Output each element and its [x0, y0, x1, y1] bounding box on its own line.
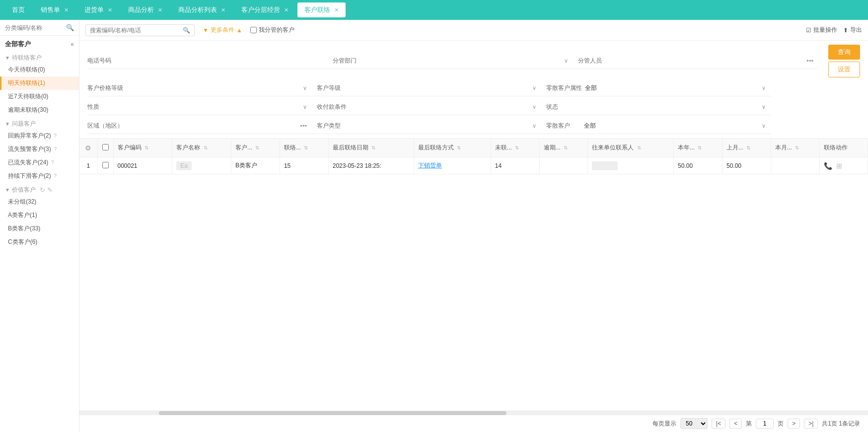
value-group-refresh-icon[interactable]: ↻ [40, 186, 45, 194]
filter-person-input[interactable] [616, 58, 803, 65]
value-group-edit-icon[interactable]: ✎ [47, 186, 53, 194]
nav-customer-tier[interactable]: 客户分层经营 ✕ [234, 2, 295, 17]
sidebar-item-overdue[interactable]: 逾期未联络(30) [0, 103, 79, 117]
filter-status-select[interactable]: ∨ [584, 104, 766, 110]
action-more-icon[interactable]: ⊞ [836, 162, 842, 170]
per-page-label: 每页显示 [652, 420, 676, 428]
sidebar-all-customers[interactable]: 全部客户 « [0, 36, 79, 51]
filter-retail-attr-select[interactable]: 全部 ∨ [585, 84, 766, 92]
sidebar-item-ungrouped[interactable]: 未分组(32) [0, 195, 79, 209]
nav-sales[interactable]: 销售单 ✕ [34, 2, 75, 17]
nav-close-customer-tier[interactable]: ✕ [284, 7, 289, 13]
td-this-year: 50.00 [674, 157, 723, 174]
sidebar-item-churned[interactable]: 已流失客户(24) ? [0, 156, 79, 169]
per-page-select[interactable]: 50 100 200 [680, 418, 708, 429]
action-phone-icon[interactable]: 📞 [824, 162, 832, 170]
nav-home[interactable]: 首页 [5, 2, 32, 17]
td-this-month [771, 157, 819, 174]
search-icon[interactable]: 🔍 [183, 27, 190, 34]
nav-analysis-table[interactable]: 商品分析列表 ✕ [171, 2, 232, 17]
table-gear-icon[interactable]: ⚙ [85, 144, 91, 152]
retail-customer-dropdown-icon: ∨ [762, 123, 766, 129]
footer: 每页显示 50 100 200 |< < 第 页 > >| 共1页 1条记录 [79, 415, 868, 432]
filter-payment-select[interactable]: ∨ [355, 104, 536, 110]
filter-price-level-select[interactable]: ∨ [126, 85, 307, 91]
sidebar-item-7days[interactable]: 近7天待联络(0) [0, 90, 79, 103]
sidebar-item-a-class[interactable]: A类客户(1) [0, 209, 79, 222]
my-customer-checkbox[interactable] [250, 27, 257, 33]
sidebar-item-c-class[interactable]: C类客户(6) [0, 235, 79, 249]
sidebar-item-repurchase-abnormal[interactable]: 回购异常客户(2) ? [0, 129, 79, 143]
content-area: 🔍 ▼ 更多条件 ▲ 我分管的客户 ☑ 批量操作 ⬆ 导出 [79, 20, 868, 432]
first-page-btn[interactable]: |< [712, 419, 725, 429]
filter-gender-select[interactable]: ∨ [125, 104, 307, 110]
sidebar-item-today[interactable]: 今天待联络(0) [0, 63, 79, 76]
td-last-month: 50.00 [722, 157, 771, 174]
my-customer-checkbox-label[interactable]: 我分管的客户 [250, 26, 294, 34]
nav-close-purchase[interactable]: ✕ [108, 7, 112, 13]
help-icon-1: ? [54, 146, 57, 152]
th-last-month: 上月... ⇅ [722, 139, 771, 157]
td-num: 1 [79, 157, 97, 174]
sidebar-search-input[interactable] [5, 24, 66, 31]
horizontal-scrollbar-thumb[interactable] [159, 411, 506, 415]
nav-close-sales[interactable]: ✕ [64, 7, 69, 13]
nav-purchase[interactable]: 进货单 ✕ [77, 2, 119, 17]
filter-retail-customer-select[interactable]: 全部 ∨ [584, 122, 766, 130]
sort-icon-last-method: ⇅ [457, 145, 461, 150]
help-icon-3: ? [54, 173, 57, 179]
main-layout: 🔍 全部客户 « ▼ 待联络客户 今天待联络(0) 明天待联络(1) 近7天待联… [0, 20, 868, 432]
last-page-btn[interactable]: >| [804, 419, 818, 429]
th-action: 联络动作 [819, 139, 868, 157]
th-overdue: 逾期... ⇅ [539, 139, 588, 157]
th-contacts: 往来单位联系人 ⇅ [588, 139, 674, 157]
gender-dropdown-icon: ∨ [303, 104, 307, 110]
nav-close-analysis-table[interactable]: ✕ [221, 7, 225, 13]
sidebar-search-icon[interactable]: 🔍 [66, 24, 74, 31]
filter-payment: 收付款条件 ∨ [312, 99, 541, 115]
filter-customer-type-select[interactable]: ∨ [355, 123, 536, 129]
row-checkbox-0[interactable] [102, 162, 109, 168]
filter-region-input[interactable] [126, 123, 297, 130]
sort-icon-overdue: ⇅ [564, 145, 568, 150]
search-input[interactable] [90, 27, 183, 34]
select-all-checkbox[interactable] [102, 144, 109, 150]
filter-dept: 分管部门 ∨ [328, 53, 573, 69]
filter-phone-input[interactable] [125, 58, 323, 65]
nav-close-analysis[interactable]: ✕ [158, 7, 162, 13]
th-code: 客户编码 ⇅ [113, 139, 172, 157]
sidebar-item-declining[interactable]: 持续下滑客户(2) ? [0, 169, 79, 183]
total-records: 共1页 1条记录 [822, 420, 860, 428]
sort-icon-contact: ⇅ [304, 145, 308, 150]
filter-customer-level-select[interactable]: ∨ [355, 85, 536, 91]
th-this-month: 本月... ⇅ [771, 139, 819, 157]
td-name[interactable]: Ea [172, 157, 231, 174]
sidebar-item-tomorrow[interactable]: 明天待联络(1) [0, 76, 79, 90]
sidebar-item-b-class[interactable]: B类客户(33) [0, 222, 79, 235]
th-checkbox [97, 139, 113, 157]
sidebar-search-wrap: 🔍 [0, 20, 79, 36]
table-row: 1 000021 Ea B类客户 [79, 157, 868, 174]
customer-type-dropdown-icon: ∨ [532, 123, 536, 129]
query-button[interactable]: 查询 [828, 45, 860, 60]
sidebar-pending-tri: ▼ [5, 55, 10, 61]
th-this-year: 本年... ⇅ [674, 139, 723, 157]
td-contacts [588, 157, 674, 174]
search-input-wrap: 🔍 [85, 24, 195, 36]
filter-dept-select[interactable]: ∨ [370, 58, 568, 64]
set-button[interactable]: 设置 [828, 62, 860, 77]
person-dots-icon[interactable]: ••• [806, 57, 813, 65]
batch-op-button[interactable]: ☑ 批量操作 [806, 26, 837, 34]
sidebar-item-churn-warning[interactable]: 流失预警客户(3) ? [0, 143, 79, 156]
table-header-row: ⚙ 客户编码 ⇅ 客户名称 ⇅ [79, 139, 868, 157]
page-number-input[interactable] [756, 419, 774, 429]
filter-more-btn[interactable]: ▼ 更多条件 ▲ [199, 24, 246, 36]
nav-customer-contact[interactable]: 客户联络 ✕ [297, 2, 346, 17]
nav-close-customer-contact[interactable]: ✕ [334, 7, 339, 13]
region-dots-icon[interactable]: ••• [300, 122, 307, 130]
nav-analysis[interactable]: 商品分析 ✕ [121, 2, 169, 17]
horizontal-scrollbar-track[interactable] [79, 411, 868, 415]
next-page-btn[interactable]: > [788, 419, 800, 429]
export-button[interactable]: ⬆ 导出 [843, 26, 862, 34]
prev-page-btn[interactable]: < [729, 419, 742, 429]
